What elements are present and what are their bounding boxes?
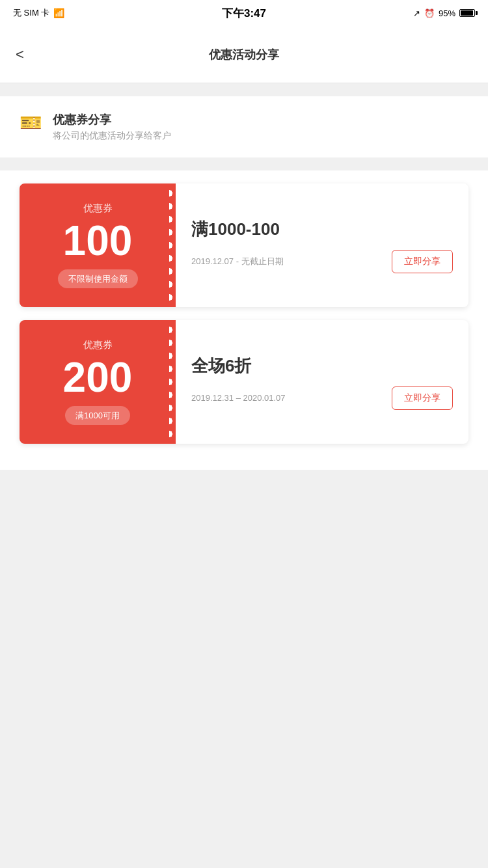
battery-percent: 95% xyxy=(439,8,455,18)
coupon-left-1: 优惠券 100 不限制使用金额 xyxy=(20,183,176,307)
coupon-date-1: 2019.12.07 - 无截止日期 xyxy=(191,256,392,267)
section-subtitle: 将公司的优惠活动分享给客户 xyxy=(53,130,171,142)
coupon-amount-2: 200 xyxy=(63,357,133,398)
coupon-name-1: 满1000-100 xyxy=(191,218,453,241)
coupon-date-2: 2019.12.31 – 2020.01.07 xyxy=(191,393,392,403)
page-background xyxy=(0,470,488,795)
status-right: ↗ ⏰ 95% xyxy=(413,8,475,18)
coupon-right-2: 全场6折 2019.12.31 – 2020.01.07 立即分享 xyxy=(176,320,468,444)
status-bar: 无 SIM 卡 📶 下午3:47 ↗ ⏰ 95% xyxy=(0,0,488,26)
coupon-condition-1: 不限制使用金额 xyxy=(68,274,128,284)
section-header: 🎫 优惠券分享 将公司的优惠活动分享给客户 xyxy=(0,96,488,157)
section-icon: 🎫 xyxy=(20,112,42,133)
coupon-bottom-row-2: 2019.12.31 – 2020.01.07 立即分享 xyxy=(191,387,453,410)
back-button[interactable]: < xyxy=(16,46,24,63)
coupon-condition-2: 满1000可用 xyxy=(75,411,120,420)
nav-bar: < 优惠活动分享 xyxy=(0,26,488,83)
coupon-right-1: 满1000-100 2019.12.07 - 无截止日期 立即分享 xyxy=(176,183,468,307)
coupon-bottom-row-1: 2019.12.07 - 无截止日期 立即分享 xyxy=(191,250,453,273)
coupon-left-2: 优惠券 200 满1000可用 xyxy=(20,320,176,444)
coupon-label-2: 优惠券 xyxy=(83,339,113,351)
carrier-text: 无 SIM 卡 xyxy=(13,7,49,19)
section-text-group: 优惠券分享 将公司的优惠活动分享给客户 xyxy=(53,112,171,142)
alarm-icon: ⏰ xyxy=(424,8,435,18)
wifi-icon: 📶 xyxy=(53,8,64,18)
coupon-list: 优惠券 100 不限制使用金额 满1000-100 2019.12.07 - 无… xyxy=(0,170,488,470)
status-left: 无 SIM 卡 📶 xyxy=(13,7,64,19)
battery-icon xyxy=(459,9,475,17)
page-title: 优惠活动分享 xyxy=(209,47,279,62)
coupon-condition-bar-1: 不限制使用金额 xyxy=(58,269,138,288)
share-button-1[interactable]: 立即分享 xyxy=(392,250,453,273)
coupon-name-2: 全场6折 xyxy=(191,355,453,377)
coupon-condition-bar-2: 满1000可用 xyxy=(65,406,130,425)
share-button-2[interactable]: 立即分享 xyxy=(392,387,453,410)
coupon-label-1: 优惠券 xyxy=(83,202,113,215)
coupon-amount-1: 100 xyxy=(63,220,133,262)
coupon-card-1: 优惠券 100 不限制使用金额 满1000-100 2019.12.07 - 无… xyxy=(20,183,468,307)
coupon-card-2: 优惠券 200 满1000可用 全场6折 2019.12.31 – 2020.0… xyxy=(20,320,468,444)
location-icon: ↗ xyxy=(413,8,420,18)
status-time: 下午3:47 xyxy=(222,6,266,21)
section-title: 优惠券分享 xyxy=(53,112,171,128)
